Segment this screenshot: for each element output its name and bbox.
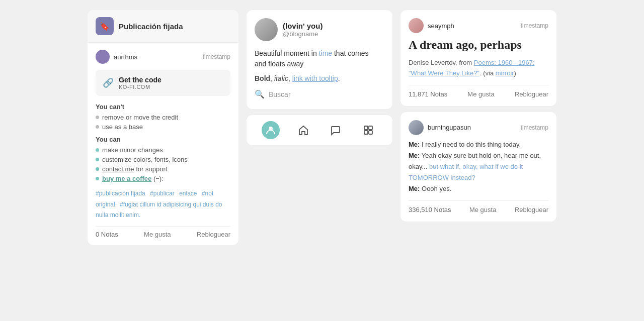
convo-line-3: Me: Oooh yes. [409, 183, 548, 194]
list-item: buy me a coffee (−): [96, 175, 230, 182]
tooltip-link[interactable]: link with tooltip [292, 74, 338, 82]
tags-section: #publicación fijada #publicar enlace #no… [96, 188, 230, 221]
blog-handle: @blogname [283, 30, 323, 38]
contact-link[interactable]: contact me [102, 165, 134, 173]
post-title: A dream ago, perhaps [409, 37, 548, 53]
bullet-icon [96, 116, 99, 119]
author-name: seaymph [428, 22, 454, 30]
pinned-header: 🔖 Publicación fijada [88, 10, 238, 43]
can-heading: You can [96, 136, 230, 143]
left-panel: 🔖 Publicación fijada aurthms timestamp 🔗… [88, 10, 238, 245]
notes-count: 0 Notas [96, 231, 118, 238]
cant-list: remove or move the credit use as a base [96, 114, 230, 131]
bullet-icon [96, 177, 99, 180]
cant-section: You can't remove or move the credit use … [96, 103, 230, 131]
bookmark-icon: 🔖 [96, 17, 114, 35]
link-box-url: KO-FI.COM [119, 84, 162, 90]
svg-rect-2 [369, 126, 372, 130]
timestamp: timestamp [203, 53, 230, 60]
convo-line-1: Me: I really need to do this thing today… [409, 139, 548, 150]
home-nav-icon[interactable] [294, 121, 312, 139]
can-section: You can make minor changes customize col… [96, 136, 230, 182]
avatar [96, 50, 110, 64]
post-footer: 11,871 Notas Me gusta Rebloguear [409, 85, 548, 98]
post-formatted: Bold, italic, link with tooltip. [255, 74, 384, 82]
author-name: burningupasun [428, 124, 471, 131]
bullet-icon [96, 158, 99, 161]
search-label: Buscar [269, 90, 291, 98]
list-item: customize colors, fonts, icons [96, 156, 230, 163]
author-row: burningupasun timestamp [409, 120, 548, 135]
me-label: Me: [409, 141, 420, 148]
post-card: (lovin' you) @blogname Beautiful moment … [247, 10, 392, 109]
me-label: Me: [409, 185, 420, 192]
svg-rect-4 [369, 131, 372, 134]
buy-coffee-link[interactable]: buy me a coffee [102, 175, 151, 182]
can-list: make minor changes customize colors, fon… [96, 146, 230, 182]
bullet-icon [96, 125, 99, 129]
list-item: contact me for support [96, 165, 230, 173]
author-name: aurthms [114, 53, 137, 61]
list-item: use as a base [96, 123, 230, 131]
highlight-time: time [319, 49, 332, 57]
like-button[interactable]: Me gusta [469, 206, 496, 213]
timestamp: timestamp [521, 22, 548, 29]
avatar [255, 18, 278, 41]
link-box[interactable]: 🔗 Get the code KO-FI.COM [96, 70, 230, 96]
book-link[interactable]: Poems: 1960 - 1967; "What Were They Like… [409, 59, 535, 77]
search-row[interactable]: 🔍 Buscar [255, 84, 384, 101]
highlight-text: but what if, okay, what if we do it TOMO… [409, 163, 523, 181]
cant-heading: You can't [96, 103, 230, 111]
bottom-nav [247, 115, 392, 145]
reblog-button[interactable]: Rebloguear [197, 231, 230, 238]
explore-nav-icon[interactable] [359, 121, 377, 139]
via-link[interactable]: mirroir [496, 69, 514, 77]
link-box-title: Get the code [119, 76, 162, 84]
chat-nav-icon[interactable] [327, 121, 345, 139]
middle-panel: (lovin' you) @blogname Beautiful moment … [247, 10, 392, 145]
post-footer: 0 Notas Me gusta Rebloguear [96, 226, 230, 238]
bullet-icon [96, 167, 99, 171]
bullet-icon [96, 148, 99, 152]
notes-count: 11,871 Notas [409, 90, 447, 98]
avatar [409, 120, 424, 135]
search-icon: 🔍 [255, 89, 265, 99]
svg-rect-1 [364, 126, 368, 130]
bold-text: Bold [255, 74, 270, 82]
post-body: Beautiful moment in time that comes and … [255, 48, 384, 69]
tag[interactable]: enlace [179, 190, 197, 197]
tag[interactable]: #publicar [150, 190, 175, 197]
post-header: (lovin' you) @blogname [255, 18, 384, 41]
profile-nav-icon[interactable] [262, 121, 280, 139]
author-row: aurthms timestamp [96, 50, 230, 64]
notes-count: 336,510 Notas [409, 206, 451, 213]
right-panel: seaymph timestamp A dream ago, perhaps D… [400, 10, 556, 222]
right-post-1: seaymph timestamp A dream ago, perhaps D… [400, 10, 556, 106]
post-body: Denise Levertov, from Poems: 1960 - 1967… [409, 58, 548, 79]
tag[interactable]: #publicación fijada [96, 190, 145, 197]
timestamp: timestamp [521, 124, 548, 131]
list-item: remove or move the credit [96, 114, 230, 121]
svg-rect-3 [364, 131, 368, 134]
avatar [409, 18, 424, 33]
list-item: make minor changes [96, 146, 230, 154]
like-button[interactable]: Me gusta [467, 90, 494, 98]
pinned-title: Publicación fijada [119, 22, 183, 31]
me-label: Me: [409, 152, 420, 159]
pinned-post-card: 🔖 Publicación fijada aurthms timestamp 🔗… [88, 10, 238, 245]
reblog-button[interactable]: Rebloguear [515, 90, 548, 98]
right-post-2: burningupasun timestamp Me: I really nee… [400, 112, 556, 222]
like-button[interactable]: Me gusta [144, 231, 171, 238]
convo-line-2: Me: Yeah okay sure but hold on, hear me … [409, 150, 548, 183]
reblog-button[interactable]: Rebloguear [515, 206, 548, 213]
author-row: seaymph timestamp [409, 18, 548, 33]
blog-name: (lovin' you) [283, 22, 323, 30]
conversation-body: Me: I really need to do this thing today… [409, 139, 548, 194]
post-footer: 336,510 Notas Me gusta Rebloguear [409, 200, 548, 213]
link-icon: 🔗 [103, 77, 114, 88]
italic-text: italic [274, 74, 288, 82]
